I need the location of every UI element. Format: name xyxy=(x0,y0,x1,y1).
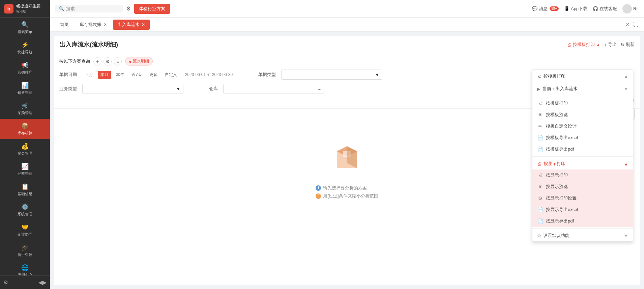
warehouse-more-icon: ··· xyxy=(318,86,321,91)
date-tab-custom[interactable]: 自定义 xyxy=(162,71,180,79)
dropdown-item-template-pdf[interactable]: 📄 按模板导出pdf xyxy=(532,143,633,155)
appcenter-icon: 🌐 xyxy=(21,264,29,271)
tab-home[interactable]: 首页 xyxy=(55,20,74,30)
empty-tips: 1 请先选择要分析的方案 2 用[过滤]条件来缩小分析范围 xyxy=(316,185,378,201)
search-box[interactable]: 🔍 xyxy=(55,5,123,12)
sidebar-collapse-icon[interactable]: ◀▶ xyxy=(38,279,47,286)
sidebar-item-sales[interactable]: 📊 销售管理 xyxy=(0,78,50,99)
sidebar-item-basic[interactable]: 📋 基础信息 xyxy=(0,180,50,200)
section3-chevron: ▼ xyxy=(624,233,628,238)
tab-expand-icon[interactable]: ⛶ xyxy=(633,22,639,28)
biztype-select[interactable]: ▼ xyxy=(82,84,183,94)
dropdown-item-template-print[interactable]: 🖨 按模板打印 xyxy=(532,98,633,109)
type-select[interactable]: ▼ xyxy=(281,70,382,80)
date-tab-this-year[interactable]: 本年 xyxy=(113,71,127,79)
refresh-icon: ↻ xyxy=(621,42,624,47)
warehouse-select[interactable]: ··· xyxy=(223,84,324,94)
filter-collapse-btn[interactable]: « xyxy=(114,57,122,65)
topbar: 🔍 ⚙ 体验行业方案 💬 消息 99+ 📱 App下载 🎧 在线客服 Rit xyxy=(50,0,644,18)
biztype-label: 业务类型 xyxy=(59,86,77,92)
date-tab-this-month[interactable]: 本月 xyxy=(98,71,111,79)
page-container: 出入库流水(流水明细) 🖨 按模板打印 ▲ ↑ 导出 ↻ 刷新 xyxy=(54,36,640,285)
tab-inout-flow-close[interactable]: ✕ xyxy=(142,23,145,27)
export-btn[interactable]: ↑ 导出 xyxy=(605,42,617,48)
tab-batch-account-close[interactable]: ✕ xyxy=(104,23,107,27)
display-print-header-icon: 🖨 xyxy=(537,161,541,166)
dropdown-item-display-pdf[interactable]: 📄 按显示导出pdf xyxy=(532,215,633,227)
tab-inout-flow[interactable]: 出入库流水 ✕ xyxy=(113,20,150,30)
sidebar-item-marketing[interactable]: 📢 营销推广 xyxy=(0,58,50,78)
search-menu-icon: 🔍 xyxy=(21,21,29,28)
dropdown-item-display-excel[interactable]: 📄 按显示导出excel xyxy=(532,204,633,215)
sidebar: b 畅捷通好生意 标准版 🔍 搜索菜单 ⚡ 快捷导航 📢 营销推广 📊 销售管理… xyxy=(0,0,50,289)
date-tab-last-month[interactable]: 上月 xyxy=(82,71,96,79)
sidebar-settings-icon[interactable]: ⚙ xyxy=(3,279,8,286)
dropdown-collapse-icon[interactable]: ▲ xyxy=(624,74,628,79)
empty-tip-2: 2 用[过滤]条件来缩小分析范围 xyxy=(316,193,378,199)
sidebar-item-operations[interactable]: 📈 经营管理 xyxy=(0,159,50,180)
online-service-btn[interactable]: 🎧 在线客服 xyxy=(593,6,617,12)
filter-add-btn[interactable]: + xyxy=(93,57,101,65)
sidebar-item-appcenter[interactable]: 🌐 应用中心 xyxy=(0,261,50,275)
sidebar-bottom: ⚙ ◀▶ xyxy=(0,275,50,289)
date-range: 2023-06-01 至 2023-06-30 xyxy=(185,72,233,78)
print-icon: 🖨 xyxy=(537,101,543,106)
filter-tag-icon: ● xyxy=(129,59,131,64)
chevron-down-icon: ▼ xyxy=(375,72,379,77)
tab-close-all-icon[interactable]: ✕ xyxy=(625,21,630,28)
printer-icon: 🖨 xyxy=(567,42,572,47)
user-avatar xyxy=(622,4,632,14)
chevron-up-icon: ▲ xyxy=(596,42,601,47)
display-settings-icon: ⚙ xyxy=(537,195,543,201)
page-header-actions: 🖨 按模板打印 ▲ ↑ 导出 ↻ 刷新 xyxy=(567,42,635,48)
purchase-icon: 🛒 xyxy=(21,102,29,109)
sales-icon: 📊 xyxy=(21,82,29,89)
sidebar-item-purchase[interactable]: 🛒 采购管理 xyxy=(0,99,50,119)
sidebar-item-collab[interactable]: 🤝 企业协同 xyxy=(0,220,50,240)
sidebar-item-finance[interactable]: 💰 资金管理 xyxy=(0,139,50,159)
sidebar-item-system[interactable]: ⚙️ 系统管理 xyxy=(0,200,50,220)
industry-btn[interactable]: 体验行业方案 xyxy=(134,4,170,14)
divider-1 xyxy=(532,96,633,96)
tip-num-2: 2 xyxy=(316,193,321,199)
filter-settings-btn[interactable]: ⚙ xyxy=(104,57,112,65)
date-tab-7days[interactable]: 近7天 xyxy=(129,71,145,79)
page-body: 出入库流水(流水明细) 🖨 按模板打印 ▲ ↑ 导出 ↻ 刷新 xyxy=(50,32,644,289)
date-tab-more[interactable]: 更多 xyxy=(147,71,160,79)
user-profile[interactable]: Rit xyxy=(622,4,639,14)
page-title: 出入库流水(流水明细) xyxy=(59,41,118,49)
empty-box-svg xyxy=(330,139,364,173)
dropdown-section2-header: 🖨 按显示打印 ▲ xyxy=(532,158,633,169)
logo-text: 畅捷通好生意 标准版 xyxy=(16,3,40,14)
dropdown-item-template-preview[interactable]: 👁 按模板预览 xyxy=(532,109,633,121)
tab-batch-account[interactable]: 库存批次账 ✕ xyxy=(75,20,112,30)
guide-icon: 🎓 xyxy=(21,244,29,251)
dropdown-section2-chevron: ▲ xyxy=(624,161,628,166)
sidebar-item-guide[interactable]: 🎓 新手引导 xyxy=(0,240,50,261)
dropdown-item-template-design[interactable]: ✏ 模板自定义设计 xyxy=(532,121,633,132)
printer-header-icon: 🖨 xyxy=(537,74,541,79)
dropdown-item-template-excel[interactable]: 📄 按模板导出excel xyxy=(532,132,633,143)
dropdown-item-display-preview[interactable]: 👁 按显示预览 xyxy=(532,181,633,192)
dropdown-item-display-settings[interactable]: ⚙ 按显示打印设置 xyxy=(532,192,633,204)
default-settings-icon: ⚙ xyxy=(537,233,541,238)
sidebar-item-inventory[interactable]: 📦 库存核算 xyxy=(0,119,50,139)
dropdown-item-display-print[interactable]: 🖨 按显示打印 xyxy=(532,169,633,181)
topbar-settings-icon[interactable]: ⚙ xyxy=(126,5,131,12)
print-template-btn[interactable]: 🖨 按模板打印 ▲ xyxy=(567,42,601,48)
user-name: Rit xyxy=(633,6,639,11)
sidebar-item-search[interactable]: 🔍 搜索菜单 xyxy=(0,18,50,38)
search-input[interactable] xyxy=(66,6,119,11)
sidebar-item-nav[interactable]: ⚡ 快捷导航 xyxy=(0,38,50,58)
print-dropdown: 🖨 按模板打印 ▲ ▶ 当前：出入库流水 ▼ 🖨 xyxy=(532,70,633,242)
message-btn[interactable]: 💬 消息 99+ xyxy=(532,6,559,12)
app-download-btn[interactable]: 📱 App下载 xyxy=(564,6,587,12)
refresh-btn[interactable]: ↻ 刷新 xyxy=(621,42,635,48)
inventory-icon: 📦 xyxy=(21,122,29,130)
divider-2 xyxy=(532,156,633,157)
dropdown-header-title: 🖨 按模板打印 xyxy=(537,73,565,79)
dropdown-current-chevron: ▼ xyxy=(624,86,628,91)
divider-3 xyxy=(532,228,633,229)
biztype-chevron-icon: ▼ xyxy=(176,86,180,91)
dropdown-section3[interactable]: ⚙ 设置默认功能 ▼ xyxy=(532,230,633,241)
